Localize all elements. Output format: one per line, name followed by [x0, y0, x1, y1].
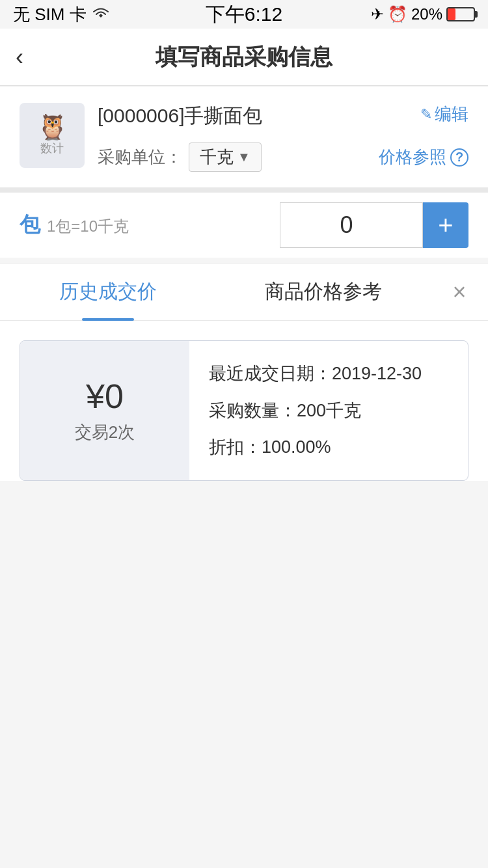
page-title: 填写商品采购信息 [156, 42, 332, 72]
trade-count: 交易2次 [75, 421, 135, 444]
status-right: ✈ ⏰ 20% [371, 5, 475, 23]
product-logo-label: 数计 [40, 141, 64, 156]
unit-value: 千克 [200, 146, 234, 169]
recent-date-label: 最近成交日期： [209, 364, 332, 383]
price-card: ¥0 交易2次 最近成交日期：2019-12-30 采购数量：200千克 折扣：… [20, 340, 468, 481]
price-value: ¥0 [86, 377, 124, 416]
quantity-row: 包 1包=10千克 + [0, 193, 488, 258]
tab-header: 历史成交价 商品价格参考 × [0, 264, 488, 321]
discount-row: 折扣：100.00% [209, 434, 448, 461]
edit-label: 编辑 [435, 103, 468, 126]
quantity-control: + [280, 202, 468, 248]
price-ref-label: 价格参照 [379, 146, 446, 169]
quantity-input[interactable] [280, 202, 423, 248]
tab-product-price[interactable]: 商品价格参考 [215, 264, 431, 321]
bottom-panel: 历史成交价 商品价格参考 × ¥0 交易2次 最近成交日期：2019-12-30… [0, 263, 488, 481]
status-bar: 无 SIM 卡 下午6:12 ✈ ⏰ 20% [0, 0, 488, 29]
product-unit-row: 采购单位： 千克 ▼ 价格参照 ? [98, 142, 468, 172]
purchase-quantity-label: 采购数量： [209, 401, 297, 420]
price-details: 最近成交日期：2019-12-30 采购数量：200千克 折扣：100.00% [189, 341, 468, 480]
status-left: 无 SIM 卡 [13, 3, 110, 26]
edit-button[interactable]: ✎ 编辑 [420, 103, 468, 126]
purchase-quantity-row: 采购数量：200千克 [209, 398, 448, 424]
unit-label: 采购单位： [98, 146, 182, 169]
edit-icon: ✎ [420, 106, 432, 123]
status-time: 下午6:12 [206, 1, 282, 28]
quantity-plus-button[interactable]: + [423, 202, 468, 248]
unit-dropdown[interactable]: 千克 ▼ [189, 142, 262, 172]
question-icon: ? [450, 148, 468, 167]
product-logo-icon: 🦉 [37, 115, 68, 139]
tab-history-price[interactable]: 历史成交价 [0, 264, 215, 321]
price-summary: ¥0 交易2次 [20, 341, 189, 480]
unit-selector: 采购单位： 千克 ▼ [98, 142, 262, 172]
recent-date-value: 2019-12-30 [332, 364, 422, 383]
recent-date-row: 最近成交日期：2019-12-30 [209, 360, 448, 387]
back-button[interactable]: ‹ [16, 44, 23, 71]
location-icon: ✈ [371, 5, 384, 23]
product-image: 🦉 数计 [20, 103, 85, 168]
battery-percent: 20% [411, 5, 442, 23]
discount-value: 100.00% [262, 437, 331, 457]
discount-label: 折扣： [209, 437, 262, 457]
purchase-quantity-value: 200千克 [297, 401, 361, 420]
main-content-bg [0, 500, 488, 869]
product-header: [0000006]手撕面包 ✎ 编辑 [98, 103, 468, 129]
alarm-icon: ⏰ [388, 5, 407, 23]
package-sub: 1包=10千克 [47, 216, 129, 237]
close-button[interactable]: × [431, 264, 488, 321]
nav-bar: ‹ 填写商品采购信息 [0, 29, 488, 86]
tab-product-price-label: 商品价格参考 [265, 278, 382, 305]
carrier-text: 无 SIM 卡 [13, 3, 87, 26]
package-char: 包 [20, 211, 40, 239]
battery-icon [446, 7, 475, 21]
tab-history-price-label: 历史成交价 [59, 278, 157, 305]
product-name: [0000006]手撕面包 [98, 103, 262, 129]
product-card: 🦉 数计 [0000006]手撕面包 ✎ 编辑 采购单位： 千克 ▼ 价格参照 … [0, 87, 488, 187]
quantity-label: 包 1包=10千克 [20, 211, 129, 239]
price-reference-button[interactable]: 价格参照 ? [379, 146, 468, 169]
wifi-icon [92, 5, 110, 25]
dropdown-arrow-icon: ▼ [237, 150, 251, 165]
divider-1 [0, 187, 488, 193]
product-info: [0000006]手撕面包 ✎ 编辑 采购单位： 千克 ▼ 价格参照 ? [98, 103, 468, 172]
